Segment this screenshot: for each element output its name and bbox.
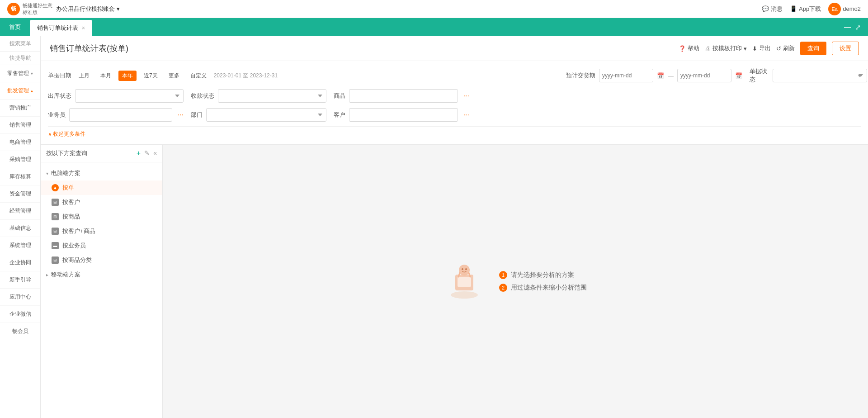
search-menu-label: 搜索菜单 <box>9 40 31 47</box>
empty-hints: 1 请先选择要分析的方案 2 用过滤条件来缩小分析范围 <box>499 271 587 292</box>
export-button[interactable]: ⬇ 导出 <box>752 44 771 52</box>
quick-nav[interactable]: 快捷导航 <box>0 52 40 65</box>
sidebar-item-weixin[interactable]: 企业微信 <box>0 306 40 323</box>
scheme-icon-product: ⊞ <box>52 213 59 220</box>
tab-home[interactable]: 首页 <box>0 18 30 36</box>
receipt-status-select[interactable] <box>218 89 326 103</box>
scheme-item-by-category[interactable]: ⊞ 按商品分类 <box>41 253 162 267</box>
tab-label: 销售订单统计表 <box>37 24 78 32</box>
sidebar-item-inventory[interactable]: 库存核算 <box>0 168 40 185</box>
customer-more-icon[interactable]: ··· <box>463 111 469 119</box>
category-mobile[interactable]: ▸ 移动端方案 <box>41 267 162 282</box>
sidebar-item-enterprise[interactable]: 企业协同 <box>0 254 40 271</box>
scheme-item-by-order[interactable]: ● 按单 <box>41 180 162 195</box>
more-btn[interactable]: 更多 <box>165 71 183 81</box>
empty-illustration <box>444 261 485 302</box>
help-icon: ❓ <box>679 45 686 52</box>
add-scheme-button[interactable]: + <box>137 149 141 157</box>
help-button[interactable]: ❓ 帮助 <box>679 44 699 52</box>
status-filter: 单据状态 ▾ <box>750 67 861 84</box>
top-bar: 畅 畅捷通好生意 标准版 办公用品行业模拟账套 ▾ 💬 消息 📱 App下载 E… <box>0 0 868 18</box>
minimize-button[interactable]: — <box>844 23 851 32</box>
tab-sales-order[interactable]: 销售订单统计表 × <box>30 20 92 36</box>
message-label: 消息 <box>771 5 783 13</box>
scheme-icon-customer: ⊞ <box>52 199 59 206</box>
scheme-item-by-salesperson[interactable]: ▬ 按业务员 <box>41 238 162 253</box>
print-icon: 🖨 <box>705 45 711 52</box>
sidebar-item-wholesale[interactable]: 批发管理 ▴ <box>0 82 40 100</box>
delivery-status-label: 出库状态 <box>48 92 71 100</box>
collapse-scheme-button[interactable]: « <box>153 149 157 157</box>
custom-btn[interactable]: 自定义 <box>187 71 210 81</box>
sidebar-item-operations[interactable]: 经营管理 <box>0 203 40 220</box>
sidebar-item-basic[interactable]: 基础信息 <box>0 220 40 237</box>
sidebar-item-member[interactable]: 畅会员 <box>0 323 40 340</box>
hint-2: 2 用过滤条件来缩小分析范围 <box>499 284 587 292</box>
scheme-icon-customer-product: ⊞ <box>52 228 59 235</box>
sidebar-item-marketing[interactable]: 营销推广 <box>0 100 40 117</box>
svg-rect-2 <box>458 277 471 287</box>
scheme-item-by-customer-product[interactable]: ⊞ 按客户+商品 <box>41 224 162 238</box>
hint-num-1: 1 <box>499 271 507 279</box>
sidebar-item-guide[interactable]: 新手引导 <box>0 271 40 289</box>
delivery-date-start-input[interactable] <box>599 69 653 82</box>
logo-area: 畅 畅捷通好生意 标准版 <box>7 2 52 15</box>
app-download-button[interactable]: 📱 App下载 <box>790 5 821 13</box>
maximize-button[interactable]: ⤢ <box>855 23 861 32</box>
department-select[interactable] <box>206 108 326 122</box>
this-year-btn[interactable]: 本年 <box>118 71 137 81</box>
refresh-button[interactable]: ↺ 刷新 <box>776 44 795 52</box>
product-filter: 商品 ··· <box>334 89 469 103</box>
this-month-btn[interactable]: 本月 <box>97 71 115 81</box>
delivery-status-select[interactable] <box>75 89 184 103</box>
delivery-date-filter: 预计交货期 📅 — 📅 <box>566 69 742 82</box>
main-content-row: 按以下方案查询 + ✎ « ▾ 电脑端方案 ● <box>41 145 868 418</box>
template-print-button[interactable]: 🖨 按模板打印 ▾ <box>705 44 747 52</box>
sidebar-item-purchase[interactable]: 采购管理 <box>0 151 40 168</box>
workspace-dropdown[interactable]: 办公用品行业模拟账套 ▾ <box>56 5 120 13</box>
sidebar-item-appstore[interactable]: 应用中心 <box>0 289 40 306</box>
sidebar-item-finance[interactable]: 资金管理 <box>0 185 40 203</box>
tab-close-icon[interactable]: × <box>82 25 85 31</box>
message-button[interactable]: 💬 消息 <box>762 5 783 13</box>
chevron-up-icon: ∧ <box>48 131 52 138</box>
sidebar-item-ecommerce[interactable]: 电商管理 <box>0 134 40 151</box>
collapse-button[interactable]: ∧ 收起更多条件 <box>48 130 861 138</box>
settings-button[interactable]: 设置 <box>832 42 859 55</box>
edit-scheme-button[interactable]: ✎ <box>144 149 150 157</box>
scheme-panel-title: 按以下方案查询 <box>46 149 87 157</box>
hint-text-1: 请先选择要分析的方案 <box>511 271 574 279</box>
category-pc[interactable]: ▾ 电脑端方案 <box>41 166 162 180</box>
delivery-status-filter: 出库状态 <box>48 89 184 103</box>
delivery-date-end-input[interactable] <box>677 69 731 82</box>
user-menu[interactable]: Ea demo2 <box>828 3 861 15</box>
hint-num-2: 2 <box>499 284 507 292</box>
scheme-item-by-product[interactable]: ⊞ 按商品 <box>41 209 162 224</box>
hint-1: 1 请先选择要分析的方案 <box>499 271 587 279</box>
svg-point-7 <box>465 268 467 270</box>
customer-input[interactable] <box>349 108 458 122</box>
product-input[interactable] <box>349 89 458 103</box>
hint-text-2: 用过滤条件来缩小分析范围 <box>511 284 587 292</box>
scheme-icon-salesperson: ▬ <box>52 242 59 249</box>
calendar-icon: 📅 <box>657 72 664 79</box>
sidebar-item-sales[interactable]: 销售管理 <box>0 117 40 134</box>
user-name: demo2 <box>843 5 861 12</box>
sidebar-item-retail[interactable]: 零售管理 ▾ <box>0 65 40 82</box>
product-more-icon[interactable]: ··· <box>463 92 469 100</box>
last-month-btn[interactable]: 上月 <box>75 71 93 81</box>
page-header: 销售订单统计表(按单) ❓ 帮助 🖨 按模板打印 ▾ ⬇ 导出 ↺ 刷新 <box>41 36 868 61</box>
salesperson-input[interactable] <box>69 108 172 122</box>
status-select[interactable] <box>773 69 867 82</box>
salesperson-more-icon[interactable]: ··· <box>178 111 184 119</box>
scheme-item-by-customer[interactable]: ⊞ 按客户 <box>41 195 162 209</box>
phone-icon: 📱 <box>790 5 797 12</box>
last7days-btn[interactable]: 近7天 <box>140 71 161 81</box>
quick-nav-label: 快捷导航 <box>9 55 31 61</box>
sidebar-item-system[interactable]: 系统管理 <box>0 237 40 254</box>
chevron-right-icon: ▸ <box>46 272 48 277</box>
sidebar-search[interactable]: 搜索菜单 <box>0 36 40 52</box>
empty-state: 1 请先选择要分析的方案 2 用过滤条件来缩小分析范围 <box>444 261 587 302</box>
delivery-date-label: 预计交货期 <box>566 71 595 80</box>
query-button[interactable]: 查询 <box>800 42 826 55</box>
